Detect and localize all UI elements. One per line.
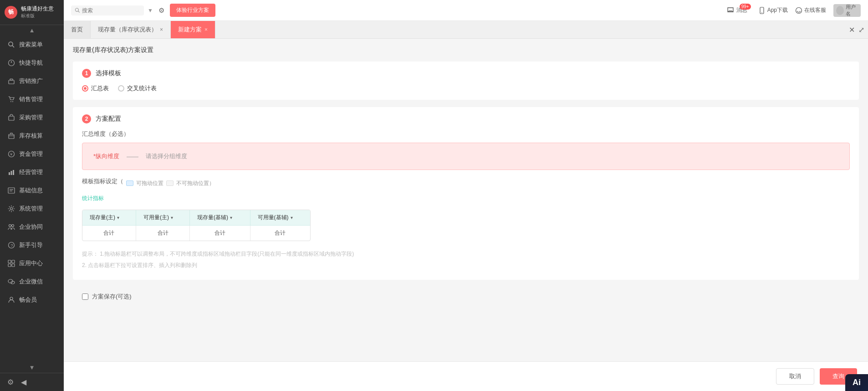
tab-home-label: 首页	[71, 26, 83, 34]
sidebar-item-label: 应用中心	[19, 259, 43, 268]
col2-dropdown-icon[interactable]: ▾	[230, 215, 232, 220]
settings-footer-icon[interactable]: ⚙	[7, 378, 14, 386]
tab-expand-btn[interactable]: ⤢	[858, 26, 864, 34]
sidebar-scroll-down[interactable]: ▼	[0, 362, 64, 373]
col-sub-1: 合计	[136, 226, 189, 241]
svg-rect-13	[11, 171, 12, 175]
sidebar-item-search[interactable]: 搜索菜单	[0, 36, 64, 54]
save-scheme-checkbox[interactable]	[82, 293, 88, 300]
sidebar-item-operations[interactable]: 经营管理	[0, 163, 64, 181]
svg-rect-9	[9, 134, 14, 139]
sidebar-logo: 畅 畅康通好生意 标准版	[0, 0, 64, 25]
sidebar-scroll-up[interactable]: ▲	[0, 25, 64, 36]
message-icon	[726, 6, 735, 15]
user-avatar[interactable]: 用户名	[833, 4, 861, 17]
sidebar-item-sales[interactable]: 销售管理	[0, 90, 64, 108]
topbar-right: 99+ 消息 App下载 在线客服 用户名	[726, 4, 861, 17]
tab-new-scheme[interactable]: 新建方案 ×	[171, 21, 215, 38]
radio-summary-label: 汇总表	[91, 84, 109, 93]
svg-rect-26	[12, 264, 15, 267]
money-icon: ¥	[7, 150, 15, 158]
sidebar-item-system[interactable]: 系统管理	[0, 200, 64, 218]
sidebar-item-label: 销售管理	[19, 95, 43, 103]
svg-point-0	[9, 42, 13, 46]
gear-icon	[7, 205, 15, 213]
topbar-settings-icon[interactable]: ⚙	[158, 6, 164, 15]
tab-inventory-close[interactable]: ×	[160, 26, 163, 33]
col-header-2[interactable]: 现存量(基辅) ▾	[190, 210, 250, 226]
tab-new-scheme-close[interactable]: ×	[204, 26, 208, 33]
search-dropdown-icon[interactable]: ▼	[148, 7, 153, 14]
sidebar-menu: 搜索菜单 快捷导航 营销推广 销售管理 采购管理	[0, 36, 64, 362]
summary-dim-label: 汇总维度（必选）	[82, 130, 850, 138]
wechat-icon	[7, 278, 15, 286]
sidebar-item-inventory[interactable]: 库存核算	[0, 127, 64, 145]
stat-table: 现存量(主) ▾ 可用量(主) ▾	[82, 210, 311, 241]
col-header-3[interactable]: 可用量(基辅) ▾	[250, 210, 310, 226]
dimension-box: *纵向维度 —— 请选择分组维度	[82, 143, 850, 170]
sidebar-item-label: 资金管理	[19, 150, 43, 158]
sidebar-item-wechat[interactable]: 企业微信	[0, 273, 64, 291]
dimension-row: *纵向维度 —— 请选择分组维度	[93, 152, 838, 160]
sidebar-item-basic-info[interactable]: 基础信息	[0, 181, 64, 200]
audio-footer-icon[interactable]: ◀	[21, 378, 26, 386]
sidebar-item-apps[interactable]: 应用中心	[0, 254, 64, 273]
action-bar: 取消 查询	[64, 361, 868, 391]
tab-home[interactable]: 首页	[64, 21, 91, 38]
app-name: 畅康通好生意 标准版	[21, 5, 54, 19]
svg-rect-4	[9, 80, 14, 84]
col1-dropdown-icon[interactable]: ▾	[171, 215, 173, 220]
ai-badge[interactable]: Ai	[845, 374, 868, 391]
messages-btn[interactable]: 99+ 消息	[726, 6, 747, 15]
sidebar-item-guide[interactable]: ? 新手引导	[0, 236, 64, 254]
chart-icon	[7, 168, 15, 176]
app-download-btn[interactable]: App下载	[758, 6, 788, 14]
stat-table-label: 统计指标	[82, 195, 850, 202]
sidebar-item-label: 库存核算	[19, 132, 43, 140]
radio-cross-table[interactable]: 交叉统计表	[118, 84, 157, 93]
tabs-end-controls: ✕ ⤢	[845, 26, 868, 34]
tab-close-all-btn[interactable]: ✕	[849, 26, 855, 34]
svg-point-20	[12, 224, 14, 226]
fixed-box	[166, 180, 174, 186]
sidebar-item-marketing[interactable]: 营销推广	[0, 72, 64, 90]
cancel-button[interactable]: 取消	[776, 368, 814, 385]
bag-icon	[7, 113, 15, 122]
draggable-box	[126, 180, 133, 186]
col3-dropdown-icon[interactable]: ▾	[291, 215, 293, 220]
sidebar-item-quicknav[interactable]: 快捷导航	[0, 54, 64, 72]
col0-dropdown-icon[interactable]: ▾	[117, 215, 119, 220]
search-input[interactable]	[82, 7, 140, 14]
sidebar-item-member[interactable]: 畅会员	[0, 291, 64, 309]
svg-rect-24	[12, 260, 15, 263]
radio-summary-circle	[82, 85, 88, 92]
tab-inventory-label: 现存量（库存状况表）	[98, 26, 157, 34]
col-header-1[interactable]: 可用量(主) ▾	[136, 210, 189, 226]
tab-inventory[interactable]: 现存量（库存状况表） ×	[91, 21, 171, 38]
search-box[interactable]	[71, 5, 144, 15]
radio-summary-table[interactable]: 汇总表	[82, 84, 109, 93]
sidebar-item-label: 快捷导航	[19, 59, 43, 67]
col-sub-3: 合计	[250, 226, 310, 241]
svg-marker-3	[11, 61, 12, 63]
online-service-btn[interactable]: 在线客服	[795, 6, 826, 14]
radio-cross-circle	[118, 85, 124, 92]
col-header-0[interactable]: 现存量(主) ▾	[82, 210, 136, 226]
svg-point-18	[10, 207, 13, 210]
vertical-dim-dash: ——	[127, 153, 138, 160]
vertical-dim-placeholder[interactable]: 请选择分组维度	[146, 152, 187, 160]
sidebar-item-purchase[interactable]: 采购管理	[0, 108, 64, 127]
trial-industry-btn[interactable]: 体验行业方案	[170, 4, 215, 17]
save-option-bar: 方案保存(可选)	[73, 287, 859, 308]
sidebar-item-enterprise[interactable]: 企业协同	[0, 218, 64, 236]
indicator-setting-row: 模板指标设定（ 可拖动位置 不可拖动位置）	[82, 177, 850, 189]
tab-new-scheme-label: 新建方案	[178, 26, 202, 34]
indicator-label-text: 模板指标设定（	[82, 177, 123, 185]
sidebar-item-finance[interactable]: ¥ 资金管理	[0, 145, 64, 163]
svg-rect-8	[9, 116, 14, 120]
legend-fixed: 不可拖动位置）	[166, 180, 214, 187]
sidebar-item-label: 采购管理	[19, 113, 43, 122]
svg-point-6	[10, 101, 11, 102]
sidebar-item-label: 畅会员	[19, 296, 37, 304]
col-sub-0: 合计	[82, 226, 136, 241]
